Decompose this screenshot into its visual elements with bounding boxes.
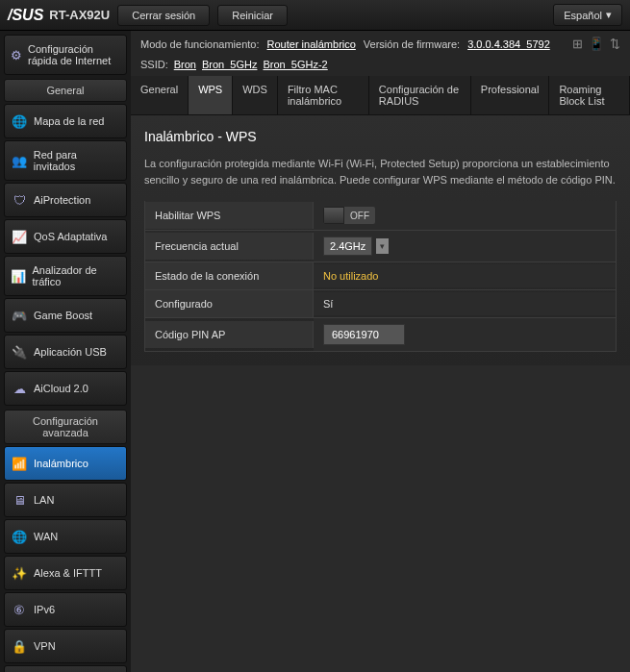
- value-configured: Sí: [323, 298, 333, 310]
- main-panel: Modo de funcionamiento: Router inalámbri…: [131, 31, 630, 672]
- tab-roaming-block[interactable]: Roaming Block List: [549, 76, 630, 114]
- label-pin: Código PIN AP: [145, 321, 314, 348]
- row-frequency: Frecuencia actual 2.4GHz▾: [144, 231, 617, 262]
- label-frequency: Frecuencia actual: [145, 233, 314, 260]
- ssid-1[interactable]: Bron: [174, 59, 196, 70]
- model-name: RT-AX92U: [49, 8, 110, 22]
- pin-input[interactable]: [323, 324, 405, 345]
- sidebar-header-general: General: [4, 79, 127, 102]
- toggle-label: OFF: [344, 209, 375, 223]
- sidebar-item-aicloud[interactable]: ☁AiCloud 2.0: [4, 371, 127, 406]
- gauge-icon: 📈: [11, 228, 28, 245]
- sidebar-item-ipv6[interactable]: ⑥IPv6: [4, 592, 127, 627]
- sidebar-item-wan[interactable]: 🌐WAN: [4, 519, 127, 554]
- sidebar-item-guest-network[interactable]: 👥Red para invitados: [4, 140, 127, 181]
- tab-wds[interactable]: WDS: [233, 76, 278, 114]
- wifi-icon: 📶: [11, 455, 28, 472]
- label-conn-status: Estado de la conexión: [145, 262, 314, 289]
- smart-icon: ✨: [11, 564, 28, 582]
- ssid-3[interactable]: Bron_5GHz-2: [263, 59, 327, 70]
- label-configured: Configurado: [145, 290, 314, 317]
- lan-icon: 🖥: [11, 491, 28, 509]
- tab-mac-filter[interactable]: Filtro MAC inalámbrico: [278, 76, 369, 114]
- value-conn-status: No utilizado: [323, 270, 378, 282]
- tabs: General WPS WDS Filtro MAC inalámbrico C…: [131, 76, 630, 115]
- chevron-down-icon[interactable]: ▾: [376, 238, 389, 254]
- mode-label: Modo de funcionamiento:: [140, 38, 260, 50]
- ssid-2[interactable]: Bron_5GHz: [202, 59, 257, 70]
- content: Inalámbrico - WPS La configuración prote…: [131, 115, 630, 365]
- sidebar-header-advanced: Configuración avanzada: [4, 410, 127, 444]
- ipv6-icon: ⑥: [11, 601, 28, 618]
- aimesh-icon[interactable]: ⊞: [572, 37, 583, 51]
- sidebar-item-wireless[interactable]: 📶Inalámbrico: [4, 446, 127, 481]
- chart-icon: 📊: [11, 267, 26, 285]
- fw-label: Versión de firmware:: [364, 38, 460, 50]
- tab-general[interactable]: General: [131, 76, 189, 114]
- globe-icon: 🌐: [11, 112, 28, 130]
- status-icons: ⊞ 📱 ⇅: [572, 37, 620, 51]
- sidebar-item-lan[interactable]: 🖥LAN: [4, 483, 127, 517]
- page-title: Inalámbrico - WPS: [144, 129, 617, 144]
- sidebar-item-aiprotection[interactable]: 🛡AiProtection: [4, 183, 127, 217]
- sidebar-item-quick-setup[interactable]: ⚙ Configuración rápida de Internet: [4, 35, 127, 75]
- sidebar-item-usb-app[interactable]: 🔌Aplicación USB: [4, 335, 127, 369]
- gamepad-icon: 🎮: [11, 307, 28, 324]
- language-selector[interactable]: Español ▾: [553, 4, 622, 26]
- reboot-button[interactable]: Reiniciar: [217, 5, 288, 26]
- sidebar-item-alexa-ifttt[interactable]: ✨Alexa & IFTTT: [4, 556, 127, 590]
- sidebar-item-firewall[interactable]: 🔥Firewall: [4, 665, 127, 672]
- sidebar-item-network-map[interactable]: 🌐Mapa de la red: [4, 104, 127, 138]
- ssid-label: SSID:: [140, 59, 168, 70]
- tab-radius[interactable]: Configuración de RADIUS: [369, 76, 471, 114]
- row-pin: Código PIN AP: [144, 318, 617, 352]
- toggle-knob: [323, 207, 344, 224]
- sidebar-item-qos[interactable]: 📈QoS Adaptativa: [4, 219, 127, 254]
- mode-value[interactable]: Router inalámbrico: [267, 38, 356, 50]
- sidebar-item-game-boost[interactable]: 🎮Game Boost: [4, 298, 127, 333]
- row-connection-status: Estado de la conexión No utilizado: [144, 262, 617, 290]
- header: /SUS RT-AX92U Cerrar sesión Reiniciar Es…: [0, 0, 630, 31]
- usb-icon: 🔌: [11, 343, 28, 361]
- people-icon: 👥: [11, 152, 28, 169]
- toggle-wps[interactable]: OFF: [323, 207, 375, 224]
- shield-icon: 🛡: [11, 191, 28, 209]
- usb-status-icon[interactable]: ⇅: [610, 37, 620, 51]
- brand-logo: /SUS: [8, 7, 43, 24]
- row-enable-wps: Habilitar WPS OFF: [144, 201, 617, 231]
- info-bar: Modo de funcionamiento: Router inalámbri…: [131, 31, 630, 76]
- row-configured: Configurado Sí: [144, 290, 617, 318]
- sidebar: ⚙ Configuración rápida de Internet Gener…: [0, 31, 131, 672]
- mobile-icon[interactable]: 📱: [589, 37, 604, 51]
- fw-value[interactable]: 3.0.0.4.384_5792: [467, 38, 550, 50]
- cloud-icon: ☁: [11, 380, 28, 397]
- wan-icon: 🌐: [11, 528, 28, 545]
- tab-wps[interactable]: WPS: [189, 76, 233, 114]
- frequency-select[interactable]: 2.4GHz: [323, 236, 372, 256]
- tab-professional[interactable]: Professional: [471, 76, 550, 114]
- vpn-icon: 🔒: [11, 637, 28, 655]
- label-enable-wps: Habilitar WPS: [145, 202, 314, 229]
- page-description: La configuración protegida mediante Wi-F…: [144, 156, 617, 187]
- logout-button[interactable]: Cerrar sesión: [117, 5, 210, 26]
- sidebar-item-traffic-analyzer[interactable]: 📊Analizador de tráfico: [4, 256, 127, 296]
- chevron-down-icon: ▾: [606, 9, 612, 21]
- sidebar-item-vpn[interactable]: 🔒VPN: [4, 629, 127, 663]
- globe-gear-icon: ⚙: [11, 46, 22, 63]
